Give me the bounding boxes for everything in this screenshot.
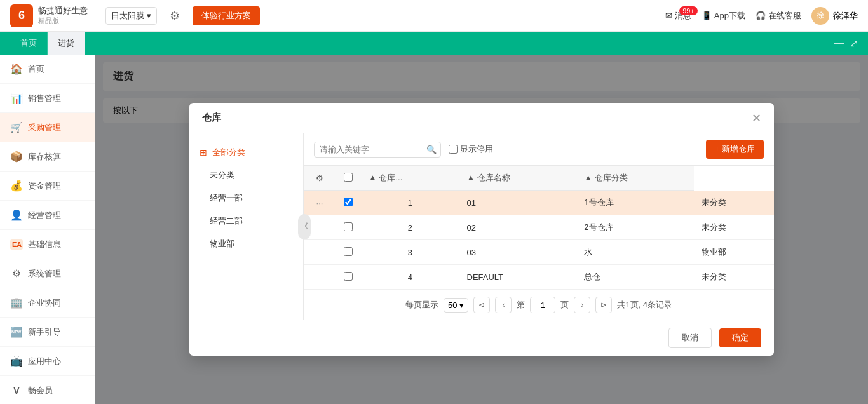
sidebar-label-management: 经营管理 xyxy=(28,210,61,221)
last-page-button[interactable]: ⊳ xyxy=(595,297,612,313)
app-download-button[interactable]: 📱 App下载 xyxy=(702,10,745,22)
sidebar-item-sales[interactable]: 📊 销售管理 xyxy=(0,84,95,113)
trial-button[interactable]: 体验行业方案 xyxy=(193,6,260,25)
sidebar-label-purchase: 采购管理 xyxy=(28,122,61,133)
minimize-icon[interactable]: — xyxy=(834,37,844,49)
row-more-icon[interactable]: ··· xyxy=(316,198,323,208)
modal-header: 仓库 ✕ xyxy=(189,103,774,133)
row-index-cell: 3 xyxy=(361,240,459,265)
sidebar-item-appcenter[interactable]: 📺 应用中心 xyxy=(0,347,95,376)
tree-item-all[interactable]: ⊞ 全部分类 xyxy=(189,141,303,164)
sidebar-item-purchase[interactable]: 🛒 采购管理 xyxy=(0,113,95,142)
table-row[interactable]: 3 03 水 物业部 xyxy=(304,240,774,265)
grid-icon: ⊞ xyxy=(200,147,207,158)
add-warehouse-button[interactable]: + 新增仓库 xyxy=(706,140,764,159)
show-disabled-label[interactable]: 显示停用 xyxy=(449,144,493,155)
tree-item-dept2[interactable]: 经营二部 xyxy=(189,210,303,232)
confirm-button[interactable]: 确定 xyxy=(719,328,761,347)
category-tree-panel: ⊞ 全部分类 未分类 经营一部 经营二部 物业部 xyxy=(189,133,304,320)
sidebar-item-system[interactable]: ⚙ 系统管理 xyxy=(0,259,95,288)
row-category-cell: 物业部 xyxy=(694,240,774,265)
cancel-button[interactable]: 取消 xyxy=(668,328,712,348)
sidebar-item-management[interactable]: 👤 经营管理 xyxy=(0,201,95,230)
search-icon[interactable]: 🔍 xyxy=(426,145,437,154)
tree-label-all: 全部分类 xyxy=(212,147,245,158)
top-header: 6 畅捷通好生意 精品版 日太阳膜 ▾ ⚙ 体验行业方案 ✉ 消息 99+ 📱 … xyxy=(0,0,868,32)
sidebar-label-guide: 新手引导 xyxy=(28,327,61,338)
sidebar-item-home[interactable]: 🏠 首页 xyxy=(0,55,95,84)
home-icon: 🏠 xyxy=(10,63,23,75)
message-icon: ✉ xyxy=(665,11,672,20)
sidebar-item-inventory[interactable]: 📦 库存核算 xyxy=(0,142,95,172)
row-setting-cell: ··· xyxy=(304,191,336,215)
warehouse-modal: 仓库 ✕ ⊞ 全部分类 未分类 经营一 xyxy=(189,103,774,356)
table-row[interactable]: 2 02 2号仓库 未分类 xyxy=(304,215,774,240)
chevron-down-icon: ▾ xyxy=(147,11,151,20)
page-content: 进货 按以下 仓库 ✕ ⊞ 全部分类 xyxy=(95,55,868,404)
sidebar-item-enterprise[interactable]: 🏢 企业协同 xyxy=(0,288,95,318)
row-check-cell[interactable] xyxy=(336,191,361,215)
row-checkbox[interactable] xyxy=(344,222,353,231)
table-row[interactable]: ··· 1 01 1号仓库 未分类 xyxy=(304,191,774,215)
company-selector[interactable]: 日太阳膜 ▾ xyxy=(105,7,157,25)
show-disabled-checkbox[interactable] xyxy=(449,145,458,154)
per-page-dropdown-icon: ▾ xyxy=(459,300,464,310)
main-layout: 🏠 首页 📊 销售管理 🛒 采购管理 📦 库存核算 💰 资金管理 👤 经营管理 … xyxy=(0,55,868,404)
tree-item-dept1[interactable]: 经营一部 xyxy=(189,187,303,210)
row-setting-cell xyxy=(304,265,336,290)
row-name-cell: 1号仓库 xyxy=(576,191,694,215)
row-checkbox[interactable] xyxy=(344,272,353,281)
tree-item-property[interactable]: 物业部 xyxy=(189,232,303,255)
row-check-cell[interactable] xyxy=(336,265,361,290)
row-check-cell[interactable] xyxy=(336,240,361,265)
search-input[interactable] xyxy=(320,145,426,154)
row-checkbox[interactable] xyxy=(344,198,353,206)
row-category-cell: 未分类 xyxy=(694,215,774,240)
page-number-input[interactable] xyxy=(530,297,555,313)
system-icon: ⚙ xyxy=(10,267,23,279)
row-checkbox[interactable] xyxy=(344,247,353,256)
settings-icon[interactable]: ⚙ xyxy=(165,6,185,26)
modal-close-button[interactable]: ✕ xyxy=(752,111,761,125)
sidebar-item-membership[interactable]: V 畅会员 xyxy=(0,376,95,404)
table-row[interactable]: 4 DEFAULT 总仓 未分类 xyxy=(304,265,774,290)
nav-tab-purchase[interactable]: 进货 xyxy=(48,32,85,55)
col-header-name: ▲ 仓库名称 xyxy=(459,166,577,191)
logo-name: 畅捷通好生意 xyxy=(38,6,88,17)
tree-item-uncategorized[interactable]: 未分类 xyxy=(189,164,303,187)
select-all-checkbox[interactable] xyxy=(344,173,353,182)
sidebar-label-membership: 畅会员 xyxy=(28,385,53,396)
tree-collapse-button[interactable]: 《 xyxy=(298,214,311,239)
per-page-select[interactable]: 50 ▾ xyxy=(444,298,468,313)
row-setting-cell xyxy=(304,240,336,265)
online-service-button[interactable]: 🎧 在线客服 xyxy=(756,10,801,22)
guide-icon: 🆕 xyxy=(10,326,23,338)
messages-button[interactable]: ✉ 消息 99+ xyxy=(665,10,691,22)
content-panel: 🔍 显示停用 + 新增仓库 xyxy=(304,133,774,320)
search-input-wrap[interactable]: 🔍 xyxy=(314,142,441,158)
header-center: 日太阳膜 ▾ ⚙ 体验行业方案 xyxy=(105,6,665,26)
modal-title: 仓库 xyxy=(202,112,752,124)
warehouse-table: ⚙ ▲ 仓库... ▲ 仓库名称 xyxy=(304,166,774,290)
first-page-button[interactable]: ⊲ xyxy=(473,297,490,313)
pagination-bar: 每页显示 50 ▾ ⊲ ‹ 第 页 › ⊳ 共1页 xyxy=(304,290,774,320)
tree-label-dept2: 经营二部 xyxy=(210,215,243,227)
next-page-button[interactable]: › xyxy=(574,297,590,313)
user-avatar-area[interactable]: 徐 徐泽华 xyxy=(811,7,858,25)
row-category-cell: 未分类 xyxy=(694,191,774,215)
prev-page-button[interactable]: ‹ xyxy=(495,297,512,313)
row-check-cell[interactable] xyxy=(336,215,361,240)
sidebar-label-inventory: 库存核算 xyxy=(28,151,61,163)
sidebar-item-basic[interactable]: EA 基础信息 xyxy=(0,230,95,259)
sidebar-item-finance[interactable]: 💰 资金管理 xyxy=(0,172,95,201)
username-label: 徐泽华 xyxy=(833,10,858,22)
total-info: 共1页, 4条记录 xyxy=(617,299,672,311)
sidebar-item-guide[interactable]: 🆕 新手引导 xyxy=(0,318,95,347)
nav-bar: 首页 进货 — ⤢ xyxy=(0,32,868,55)
management-icon: 👤 xyxy=(10,209,23,221)
expand-icon[interactable]: ⤢ xyxy=(850,37,858,50)
nav-tab-home[interactable]: 首页 xyxy=(10,32,48,55)
row-name-cell: 2号仓库 xyxy=(576,215,694,240)
avatar: 徐 xyxy=(811,7,829,25)
row-name-cell: 水 xyxy=(576,240,694,265)
